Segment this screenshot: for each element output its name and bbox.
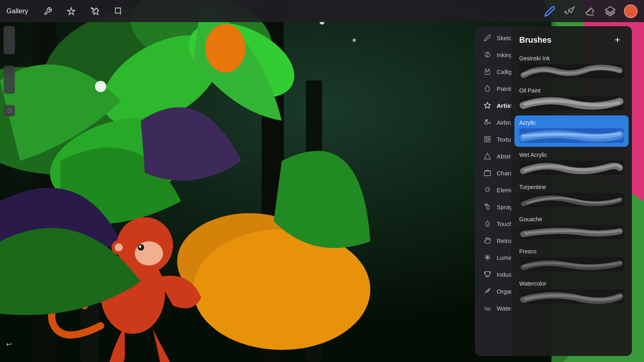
brush-tool-button[interactable] <box>564 5 576 18</box>
brush-name-fresco: Fresco <box>519 248 624 255</box>
brush-item-watercolor[interactable]: Watercolor <box>514 276 629 308</box>
category-label-inking: Inking <box>497 51 513 58</box>
svg-rect-36 <box>485 136 487 138</box>
brush-item-acrylic[interactable]: Acrylic <box>514 115 629 147</box>
brush-preview-gouache <box>519 225 624 239</box>
svg-point-43 <box>486 204 487 205</box>
brush-list-panel: Brushes + Gesinski Ink Oil Paint Acrylic… <box>511 26 632 356</box>
brush-item-turpentine[interactable]: Turpentine <box>514 180 629 211</box>
svg-rect-37 <box>488 136 490 138</box>
brush-name-oil-paint: Oil Paint <box>519 87 624 94</box>
brush-name-wet-acrylic: Wet Acrylic <box>519 152 624 158</box>
svg-rect-42 <box>487 206 489 209</box>
pen-tool-button[interactable] <box>543 5 556 18</box>
color-swatch[interactable] <box>624 4 638 18</box>
svg-point-44 <box>487 204 488 205</box>
pencil-icon <box>483 33 492 42</box>
brush-item-gesinski-ink[interactable]: Gesinski Ink <box>514 51 629 82</box>
svg-point-21 <box>115 243 123 251</box>
svg-marker-30 <box>485 103 491 108</box>
airbrush-icon <box>483 118 492 127</box>
magic-button[interactable] <box>64 4 79 18</box>
left-panel: □ ↩ <box>0 22 18 362</box>
sparkle-icon <box>483 253 492 262</box>
svg-line-27 <box>587 8 591 12</box>
triangle-icon <box>483 152 492 160</box>
spray-icon <box>483 202 492 211</box>
svg-rect-31 <box>485 122 488 124</box>
brush-item-gouache[interactable]: Gouache <box>514 212 629 243</box>
brushes-title: Brushes <box>519 35 551 45</box>
trophy-icon <box>483 270 492 279</box>
brush-name-turpentine: Turpentine <box>519 184 624 190</box>
building-icon <box>483 169 492 177</box>
brush-list-scroll[interactable]: Gesinski Ink Oil Paint Acrylic Wet Acryl… <box>511 51 632 356</box>
brush-name-gouache: Gouache <box>519 216 624 222</box>
ink-icon <box>483 50 492 59</box>
brush-preview-turpentine <box>519 193 624 207</box>
toolbar: Gallery <box>0 0 644 22</box>
svg-rect-38 <box>485 140 487 142</box>
brush-preview-oil-paint <box>519 96 624 111</box>
brush-name-gesinski-ink: Gesinski Ink <box>519 55 624 62</box>
raindrop-icon <box>483 219 492 228</box>
brush-item-oil-paint[interactable]: Oil Paint <box>514 83 629 115</box>
leaf-icon <box>483 287 492 296</box>
brush-preview-wet-acrylic <box>519 160 624 175</box>
grid-icon <box>483 135 492 144</box>
eraser-tool-button[interactable] <box>584 5 597 18</box>
transform-button[interactable] <box>110 4 126 18</box>
svg-point-23 <box>353 39 356 42</box>
star-icon <box>483 101 492 110</box>
size-slider[interactable] <box>4 66 15 94</box>
svg-rect-41 <box>485 171 491 176</box>
selection-button[interactable] <box>87 4 102 18</box>
brush-preview-gesinski-ink <box>519 64 624 78</box>
spiral-icon <box>483 185 492 194</box>
brush-preview-watercolor <box>519 289 624 304</box>
brush-item-wet-acrylic[interactable]: Wet Acrylic <box>514 148 629 179</box>
undo-button[interactable]: ↩ <box>4 339 15 350</box>
brush-preview-fresco <box>519 257 624 272</box>
layer-toggle[interactable]: □ <box>4 105 15 116</box>
svg-point-12 <box>205 24 246 72</box>
svg-point-33 <box>485 120 486 121</box>
drop-icon <box>483 84 492 93</box>
category-label-water: Water <box>497 305 512 312</box>
wave-icon <box>483 304 492 313</box>
svg-point-19 <box>139 245 141 248</box>
add-brush-button[interactable]: + <box>611 33 624 46</box>
svg-rect-39 <box>488 140 490 142</box>
calligraphy-icon <box>483 67 492 76</box>
svg-point-24 <box>95 81 106 92</box>
hand-icon <box>483 236 492 245</box>
svg-marker-40 <box>485 153 491 159</box>
brush-list-header: Brushes + <box>511 26 632 51</box>
brush-name-watercolor: Watercolor <box>519 280 624 287</box>
svg-point-34 <box>486 119 487 120</box>
opacity-slider[interactable] <box>4 26 15 54</box>
category-label-retro: Retro <box>497 237 512 244</box>
brush-item-fresco[interactable]: Fresco <box>514 244 629 276</box>
svg-point-45 <box>485 205 486 206</box>
svg-point-35 <box>487 120 488 121</box>
wrench-button[interactable] <box>40 4 56 18</box>
gallery-button[interactable]: Gallery <box>6 7 28 15</box>
layers-button[interactable] <box>604 5 617 18</box>
brush-preview-acrylic <box>519 128 624 143</box>
brush-name-acrylic: Acrylic <box>519 119 624 126</box>
